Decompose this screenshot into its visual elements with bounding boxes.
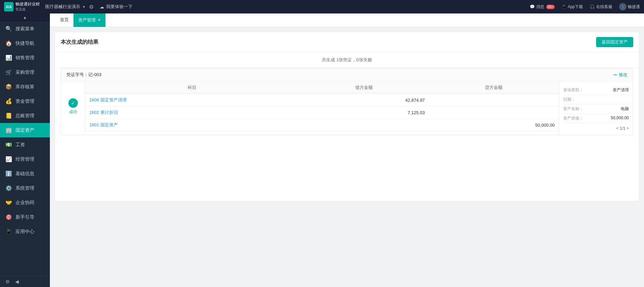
sidebar-item-ledger[interactable]: 📒 总账管理	[0, 108, 50, 123]
top-bar-right: 💬 消息 99+ 📱 App下载 🎧 在线客服 👤 畅捷通	[530, 3, 640, 10]
settings-icon[interactable]: ⚙	[89, 4, 94, 10]
tab-home[interactable]: 首页	[55, 13, 73, 27]
messages-btn[interactable]: 💬 消息 99+	[530, 4, 555, 10]
subject-cell: 1601 固定资产	[85, 119, 299, 131]
app-edition: 普及版	[16, 7, 40, 12]
top-bar: AtA 畅捷通好业财 普及版 医疗器械行业演示 ▼ ⚙ ☁ 我要体验一下 💬 消…	[0, 0, 644, 13]
subject-cell: 1602 累计折旧	[85, 106, 299, 119]
sidebar-item-sales[interactable]: 📊 销售管理	[0, 51, 50, 65]
page-content: 本次生成的结果 返回固定资产 共生成 1张凭证，0张失败 凭证字号：记-003 …	[50, 27, 644, 287]
edit-button[interactable]: ✏ 修改	[614, 72, 627, 78]
sidebar-item-fixed-assets[interactable]: 🏢 固定资产	[0, 123, 50, 137]
search-icon: 🔍	[5, 26, 12, 32]
sidebar-item-app-center[interactable]: 📱 应用中心	[0, 224, 50, 239]
credit-cell	[429, 106, 559, 119]
voucher-table-wrap: ✓ 成功 科目 借方金额	[61, 82, 633, 135]
operations-icon: 📈	[5, 156, 12, 162]
app-download-btn[interactable]: 📱 App下载	[561, 4, 583, 10]
return-button[interactable]: 返回固定资产	[596, 37, 633, 47]
col-credit: 贷方金额	[429, 82, 559, 94]
enterprise-icon: 🤝	[5, 199, 12, 206]
table-row: 1606 固定资产清理 42,874.97	[85, 94, 559, 106]
date-row: 日期：	[563, 95, 629, 104]
success-icon: ✓	[68, 98, 78, 108]
sidebar-item-basic-info[interactable]: ℹ️ 基础信息	[0, 166, 50, 181]
data-table: 科目 借方金额 贷方金额 1606 固定资产清理	[85, 82, 559, 131]
subject-cell: 1606 固定资产清理	[85, 94, 299, 106]
sidebar-item-search[interactable]: 🔍 搜索菜单	[0, 22, 50, 36]
sidebar-bottom: ⚙ ◀	[0, 276, 50, 287]
system-icon: ⚙️	[5, 185, 12, 191]
asset-name-value: 电脑	[621, 106, 629, 112]
change-type-row: 变动类型： 资产清理	[563, 86, 629, 95]
sidebar-item-capital[interactable]: 💰 资金管理	[0, 94, 50, 108]
debit-cell	[299, 119, 429, 131]
guide-icon: 🎯	[5, 214, 12, 220]
company-selector[interactable]: 医疗器械行业演示 ▼	[45, 4, 86, 10]
date-label: 日期：	[563, 97, 575, 102]
avatar: 👤	[619, 3, 626, 10]
debit-cell: 42,874.97	[299, 94, 429, 106]
sidebar-item-purchase[interactable]: 🛒 采购管理	[0, 65, 50, 79]
success-label: 成功	[69, 109, 77, 115]
sidebar-item-system[interactable]: ⚙️ 系统管理	[0, 181, 50, 195]
sidebar-collapse-btn[interactable]: ◀	[15, 279, 19, 284]
user-menu[interactable]: 👤 畅捷通	[619, 3, 640, 10]
purchase-icon: 🛒	[5, 69, 12, 75]
summary-row: 共生成 1张凭证，0张失败	[55, 52, 639, 68]
col-subject: 科目	[85, 82, 299, 94]
side-pagination: < 1/1 >	[563, 123, 629, 131]
credit-cell	[429, 94, 559, 106]
side-panel: 变动类型： 资产清理 日期： 资产名称： 电脑	[559, 82, 633, 135]
content-area: 首页 资产管理 ✕ 本次生成的结果 返回固定资产 共生成 1张凭证，0张失败	[50, 13, 644, 287]
asset-name-label: 资产名称：	[563, 106, 583, 112]
result-header: 本次生成的结果 返回固定资产	[55, 32, 639, 52]
change-type-label: 变动类型：	[563, 87, 583, 93]
dropdown-icon: ▼	[82, 5, 86, 9]
app-center-icon: 📱	[5, 228, 12, 235]
change-type-value: 资产清理	[613, 87, 629, 93]
sidebar-item-operations[interactable]: 📈 经营管理	[0, 152, 50, 166]
sidebar-item-payroll[interactable]: 💵 工资	[0, 137, 50, 152]
col-debit: 借方金额	[299, 82, 429, 94]
messages-badge: 99+	[546, 5, 555, 9]
sales-icon: 📊	[5, 55, 12, 61]
online-service-btn[interactable]: 🎧 在线客服	[590, 4, 612, 10]
sidebar-settings-btn[interactable]: ⚙	[5, 279, 10, 284]
tab-close-icon[interactable]: ✕	[98, 18, 101, 22]
ledger-icon: 📒	[5, 113, 12, 119]
app-name: 畅捷通好业财	[16, 2, 40, 7]
payroll-icon: 💵	[5, 141, 12, 148]
table-row: 1602 累计折旧 7,125.03	[85, 106, 559, 119]
inventory-icon: 📦	[5, 84, 12, 90]
voucher-id: 凭证字号：记-003	[66, 72, 101, 78]
asset-value-row: 资产原值： 50,000.00	[563, 114, 629, 123]
voucher-header: 凭证字号：记-003 ✏ 修改	[61, 68, 633, 82]
next-page-btn[interactable]: >	[626, 126, 629, 131]
capital-icon: 💰	[5, 98, 12, 104]
asset-name-row: 资产名称： 电脑	[563, 104, 629, 114]
main-layout: ▲ 🔍 搜索菜单 🏠 快捷导航 📊 销售管理 🛒 采购管理 📦 库存核算 💰 资…	[0, 13, 644, 287]
prev-page-btn[interactable]: <	[616, 126, 619, 131]
debit-cell: 7,125.03	[299, 106, 429, 119]
sidebar-item-inventory[interactable]: 📦 库存核算	[0, 79, 50, 94]
sidebar-item-quick-nav[interactable]: 🏠 快捷导航	[0, 36, 50, 51]
result-panel: 本次生成的结果 返回固定资产 共生成 1张凭证，0张失败 凭证字号：记-003 …	[55, 32, 639, 201]
sidebar-item-enterprise[interactable]: 🤝 企业协同	[0, 195, 50, 210]
sidebar-item-guide[interactable]: 🎯 新手引导	[0, 210, 50, 224]
app-logo: AtA 畅捷通好业财 普及版	[4, 2, 40, 12]
feedback-btn[interactable]: ☁ 我要体验一下	[100, 4, 132, 10]
fixed-assets-icon: 🏢	[5, 127, 12, 133]
tab-asset-management[interactable]: 资产管理 ✕	[73, 13, 105, 27]
sidebar: ▲ 🔍 搜索菜单 🏠 快捷导航 📊 销售管理 🛒 采购管理 📦 库存核算 💰 资…	[0, 13, 50, 287]
basic-info-icon: ℹ️	[5, 170, 12, 177]
asset-value-value: 50,000.00	[611, 116, 629, 121]
table-row: 1601 固定资产 50,000.00	[85, 119, 559, 131]
home-icon: 🏠	[5, 40, 12, 46]
tabs-bar: 首页 资产管理 ✕	[50, 13, 644, 27]
sidebar-scroll-up[interactable]: ▲	[0, 13, 50, 22]
voucher-block: 凭证字号：记-003 ✏ 修改 ✓	[61, 68, 633, 135]
voucher-main-table: ✓ 成功 科目 借方金额	[61, 82, 559, 135]
asset-value-label: 资产原值：	[563, 116, 583, 121]
credit-cell: 50,000.00	[429, 119, 559, 131]
